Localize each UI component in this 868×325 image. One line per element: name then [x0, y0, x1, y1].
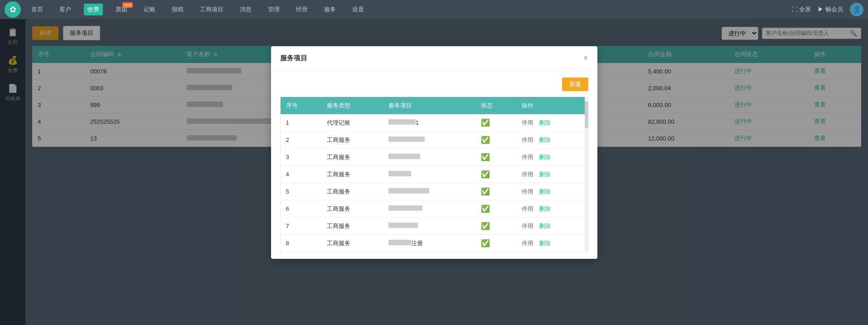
modal-col-status: 状态 [475, 97, 516, 115]
modal-cell-item [383, 131, 475, 149]
stop-button[interactable]: 停用 [522, 171, 533, 178]
stop-button[interactable]: 停用 [522, 136, 533, 143]
modal-title: 服务项目 [280, 54, 307, 63]
stop-button[interactable]: 停用 [522, 205, 533, 212]
modal-cell-status: ✅ [475, 235, 516, 252]
modal-cell-seq: 5 [280, 183, 321, 200]
nav-item-gongshang[interactable]: 工商项目 [196, 4, 227, 15]
modal-cell-seq: 8 [280, 235, 321, 252]
modal-cell-item: 1 [383, 114, 475, 131]
nav-item-settings[interactable]: 设置 [349, 4, 368, 15]
modal-cell-action: 停用 删除 [516, 114, 588, 131]
modal-cell-type: 代理记账 [321, 114, 383, 131]
stop-button[interactable]: 停用 [522, 188, 533, 195]
delete-button[interactable]: 删除 [539, 240, 551, 247]
modal-cell-seq: 3 [280, 149, 321, 166]
modal-cell-type: 工商服务 [321, 183, 383, 200]
modal-close-button[interactable]: × [583, 53, 588, 63]
status-check-icon: ✅ [481, 136, 490, 144]
modal-table-row: 5 工商服务 ✅ 停用 删除 [280, 183, 588, 200]
top-navigation: ✿ 首页 客户 收费 票据 new 记账 报税 工商项目 消息 管理 经营 服务… [0, 0, 868, 19]
modal-table-row: 1 代理记账 1 ✅ 停用 删除 [280, 114, 588, 131]
modal-body: 新建 序号 服务类型 服务项目 状态 操作 [271, 71, 597, 259]
modal-cell-status: ✅ [475, 166, 516, 183]
delete-button[interactable]: 删除 [539, 119, 551, 126]
status-check-icon: ✅ [481, 239, 490, 247]
service-items-modal: 服务项目 × 新建 序号 服务类型 服务项目 状态 操作 [271, 46, 597, 259]
nav-item-customer[interactable]: 客户 [56, 4, 75, 15]
nav-item-jingying[interactable]: 经营 [292, 4, 311, 15]
modal-cell-status: ✅ [475, 218, 516, 235]
modal-cell-action: 停用 删除 [516, 200, 588, 218]
status-check-icon: ✅ [481, 119, 490, 126]
stop-button[interactable]: 停用 [522, 154, 533, 160]
modal-cell-item [383, 166, 475, 183]
modal-cell-status: ✅ [475, 114, 516, 131]
modal-table-row: 4 工商服务 ✅ 停用 删除 [280, 166, 588, 183]
logo-icon: ✿ [5, 1, 21, 18]
modal-cell-seq: 2 [280, 131, 321, 149]
user-avatar[interactable]: 👤 [850, 3, 863, 16]
status-check-icon: ✅ [481, 170, 490, 178]
delete-button[interactable]: 删除 [539, 205, 551, 212]
modal-cell-item [383, 183, 475, 200]
modal-col-action: 操作 [516, 97, 588, 115]
new-badge: new [122, 2, 133, 8]
modal-cell-item [383, 218, 475, 235]
stop-button[interactable]: 停用 [522, 119, 533, 126]
modal-cell-item: 注册 [383, 235, 475, 252]
modal-table-row: 7 工商服务 ✅ 停用 删除 [280, 218, 588, 235]
modal-cell-seq: 6 [280, 200, 321, 218]
service-items-table: 序号 服务类型 服务项目 状态 操作 1 代理记账 1 ✅ [280, 97, 588, 252]
status-check-icon: ✅ [481, 222, 490, 230]
nav-right-area: ⛶ 全屏 ▶ 畅会员 👤 [792, 3, 863, 16]
fullscreen-button[interactable]: ⛶ 全屏 [792, 5, 811, 14]
stop-button[interactable]: 停用 [522, 240, 533, 247]
delete-button[interactable]: 删除 [539, 136, 551, 143]
delete-button[interactable]: 删除 [539, 154, 551, 160]
modal-cell-seq: 4 [280, 166, 321, 183]
nav-item-jizhang[interactable]: 记账 [140, 4, 159, 15]
modal-header: 服务项目 × [271, 46, 597, 71]
delete-button[interactable]: 删除 [539, 171, 551, 178]
stop-button[interactable]: 停用 [522, 223, 533, 229]
scrollbar-track [585, 97, 588, 252]
modal-cell-type: 工商服务 [321, 166, 383, 183]
modal-new-button[interactable]: 新建 [562, 78, 588, 91]
delete-button[interactable]: 删除 [539, 188, 551, 195]
modal-cell-status: ✅ [475, 183, 516, 200]
modal-overlay[interactable]: 服务项目 × 新建 序号 服务类型 服务项目 状态 操作 [0, 19, 868, 325]
nav-item-piaoju[interactable]: 票据 new [112, 4, 131, 15]
modal-cell-action: 停用 删除 [516, 166, 588, 183]
modal-cell-action: 停用 删除 [516, 235, 588, 252]
modal-cell-status: ✅ [475, 131, 516, 149]
modal-cell-type: 工商服务 [321, 149, 383, 166]
modal-cell-type: 工商服务 [321, 235, 383, 252]
modal-cell-type: 工商服务 [321, 131, 383, 149]
modal-cell-action: 停用 删除 [516, 183, 588, 200]
nav-menu: 首页 客户 收费 票据 new 记账 报税 工商项目 消息 管理 经营 服务 设… [28, 4, 792, 15]
modal-cell-status: ✅ [475, 149, 516, 166]
modal-cell-status: ✅ [475, 200, 516, 218]
modal-cell-action: 停用 删除 [516, 131, 588, 149]
nav-item-message[interactable]: 消息 [236, 4, 255, 15]
delete-button[interactable]: 删除 [539, 223, 551, 229]
modal-toolbar: 新建 [280, 78, 588, 91]
modal-table-row: 3 工商服务 ✅ 停用 删除 [280, 149, 588, 166]
scrollbar-thumb[interactable] [585, 101, 588, 128]
nav-item-manage[interactable]: 管理 [264, 4, 283, 15]
nav-item-home[interactable]: 首页 [28, 4, 47, 15]
nav-item-shoufe[interactable]: 收费 [84, 4, 103, 15]
status-check-icon: ✅ [481, 205, 490, 213]
modal-table-header-row: 序号 服务类型 服务项目 状态 操作 [280, 97, 588, 115]
modal-cell-seq: 1 [280, 114, 321, 131]
modal-cell-action: 停用 删除 [516, 149, 588, 166]
modal-cell-seq: 7 [280, 218, 321, 235]
nav-item-baoshui[interactable]: 报税 [168, 4, 187, 15]
modal-cell-action: 停用 删除 [516, 218, 588, 235]
modal-cell-item [383, 200, 475, 218]
modal-table-container: 序号 服务类型 服务项目 状态 操作 1 代理记账 1 ✅ [280, 97, 588, 252]
vip-button[interactable]: ▶ 畅会员 [818, 5, 843, 14]
modal-col-type: 服务类型 [321, 97, 383, 115]
nav-item-service[interactable]: 服务 [320, 4, 339, 15]
